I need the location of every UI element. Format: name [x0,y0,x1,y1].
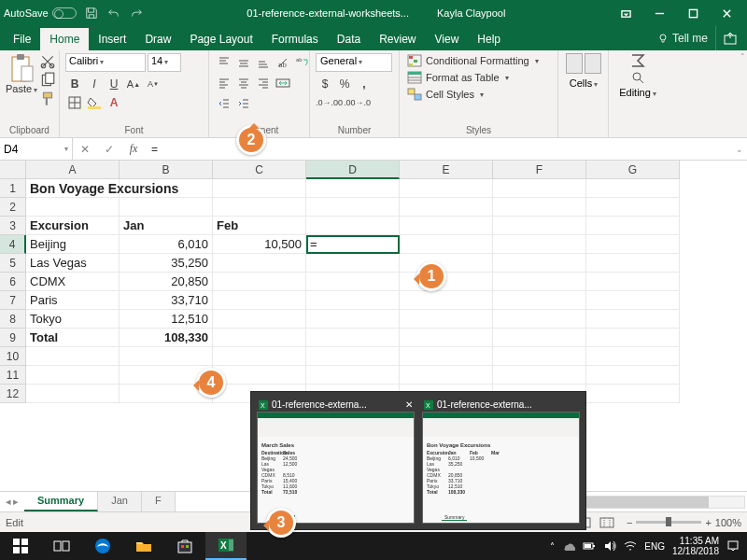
cell-A3[interactable]: Excursion [26,217,120,235]
cell-A8[interactable]: Tokyo [26,310,120,329]
column-header-C[interactable]: C [213,161,306,179]
cell-F4[interactable] [493,235,586,254]
cell-F1[interactable] [493,179,586,198]
expand-formula-bar-icon[interactable]: ⌄ [732,145,747,154]
cell-B5[interactable]: 35,250 [120,254,213,273]
align-left-icon[interactable] [215,74,233,92]
row-header-11[interactable]: 11 [0,366,26,385]
font-name-select[interactable]: Calibri [65,53,146,72]
cell-G12[interactable] [586,385,680,403]
select-all-corner[interactable] [0,161,26,179]
tab-page-layout[interactable]: Page Layout [180,28,261,50]
preview-window-2[interactable]: X01-reference-externa... Bon Voyage Excu… [422,398,580,524]
column-header-E[interactable]: E [400,161,493,179]
cell-D4[interactable]: = [306,235,400,254]
cell-D2[interactable] [306,198,400,217]
number-format-select[interactable]: General [316,53,392,72]
tab-help[interactable]: Help [468,28,510,50]
decrease-indent-icon[interactable] [215,94,233,113]
cell-styles-button[interactable]: Cell Styles▾ [405,87,552,102]
tray-chevron-icon[interactable]: ˄ [550,541,555,552]
cell-D10[interactable] [306,347,400,366]
cell-C7[interactable] [213,291,306,310]
cell-F2[interactable] [493,198,586,217]
tab-draw[interactable]: Draw [135,28,180,50]
borders-icon[interactable] [65,93,84,112]
wrap-text-icon[interactable]: ab [293,53,312,72]
row-headers[interactable]: 123456789101112 [0,179,26,491]
cell-B7[interactable]: 33,710 [120,291,213,310]
zoom-level[interactable]: 100% [715,517,741,528]
cell-A5[interactable]: Las Vegas [26,254,120,273]
increase-indent-icon[interactable] [234,94,253,113]
cell-C3[interactable]: Feb [213,217,306,235]
column-headers[interactable]: ABCDEFG [26,161,747,179]
cell-C10[interactable] [213,347,306,366]
row-header-2[interactable]: 2 [0,198,26,217]
tab-home[interactable]: Home [40,28,89,50]
collapse-ribbon-icon[interactable]: ˄ [740,52,745,62]
cell-B1[interactable] [120,179,213,198]
close-preview-icon[interactable]: ✕ [405,399,413,410]
cell-B4[interactable]: 6,010 [120,235,213,254]
column-header-A[interactable]: A [26,161,120,179]
cell-F11[interactable] [493,366,586,385]
tab-insert[interactable]: Insert [89,28,135,50]
cell-G1[interactable] [586,179,680,198]
cell-C11[interactable] [213,366,306,385]
sheet-tab-summary[interactable]: Summary [24,492,98,511]
horizontal-scrollbar[interactable] [558,496,745,509]
conditional-formatting-button[interactable]: Conditional Formatting▾ [405,53,552,68]
row-header-8[interactable]: 8 [0,310,26,329]
increase-font-icon[interactable]: A▲ [124,75,143,93]
row-header-3[interactable]: 3 [0,217,26,235]
tab-data[interactable]: Data [328,28,370,50]
cell-C9[interactable] [213,329,306,347]
cell-G3[interactable] [586,217,680,235]
cell-E2[interactable] [400,198,493,217]
cell-C1[interactable] [213,179,306,198]
currency-icon[interactable]: $ [316,75,334,93]
cell-E4[interactable] [400,235,493,254]
row-header-1[interactable]: 1 [0,179,26,198]
row-header-10[interactable]: 10 [0,347,26,366]
cell-B2[interactable] [120,198,213,217]
cell-A9[interactable]: Total [26,329,120,347]
row-header-9[interactable]: 9 [0,329,26,347]
cell-C4[interactable]: 10,500 [213,235,306,254]
cell-A1[interactable]: Bon Voyage Excursions [26,179,120,198]
language-indicator[interactable]: ENG [644,541,665,552]
underline-button[interactable]: U [105,75,123,93]
cell-E5[interactable] [400,254,493,273]
align-center-icon[interactable] [234,74,253,92]
tell-me-search[interactable]: Tell me [650,32,715,45]
preview-window-1[interactable]: X01-reference-externa...✕ March Sales De… [257,398,415,524]
cell-C8[interactable] [213,310,306,329]
percent-icon[interactable]: % [335,75,354,93]
cancel-formula-icon[interactable]: ✕ [73,138,97,160]
row-header-12[interactable]: 12 [0,385,26,403]
row-header-5[interactable]: 5 [0,254,26,273]
decrease-decimal-icon[interactable]: .00→.0 [344,93,371,112]
cell-G11[interactable] [586,366,680,385]
undo-icon[interactable] [106,6,121,21]
cell-D5[interactable] [306,254,400,273]
font-size-select[interactable]: 14 [148,53,181,72]
row-header-6[interactable]: 6 [0,273,26,291]
cell-B8[interactable]: 12,510 [120,310,213,329]
cell-D7[interactable] [306,291,400,310]
column-header-D[interactable]: D [306,161,400,179]
page-break-view-icon[interactable] [597,514,617,531]
row-header-4[interactable]: 4 [0,235,26,254]
zoom-in-icon[interactable]: + [705,517,711,528]
align-right-icon[interactable] [254,74,273,92]
sheet-tab-jan[interactable]: Jan [98,492,142,511]
cell-A12[interactable] [26,385,120,403]
cell-G9[interactable] [586,329,680,347]
cell-F3[interactable] [493,217,586,235]
cell-D3[interactable] [306,217,400,235]
decrease-font-icon[interactable]: A▼ [144,75,162,93]
cell-F10[interactable] [493,347,586,366]
cell-F7[interactable] [493,291,586,310]
orientation-icon[interactable]: ab [274,53,292,72]
